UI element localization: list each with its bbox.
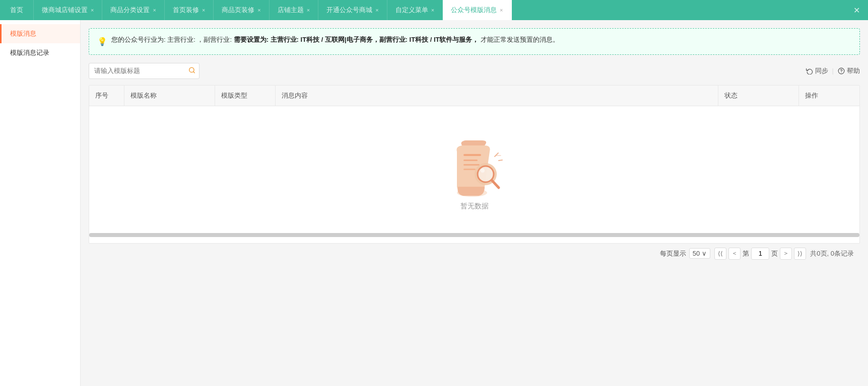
svg-rect-7 (463, 164, 480, 166)
sidebar-item-template-msg[interactable]: 模版消息 (0, 24, 80, 43)
empty-state: 暂无数据 (89, 106, 859, 231)
search-icon (188, 66, 195, 73)
col-name: 模版名称 (124, 86, 215, 106)
page-number-input[interactable] (751, 248, 769, 260)
tab-template[interactable]: 公众号模版消息 × (443, 0, 511, 20)
tab-category[interactable]: 商品分类设置 × (102, 0, 164, 20)
col-status: 状态 (718, 86, 799, 106)
sync-icon (806, 67, 813, 74)
page-size-wrap: 每页显示 50 ∨ (660, 248, 710, 259)
empty-illustration (444, 136, 505, 202)
close-all-button[interactable]: ✕ (845, 6, 868, 15)
tab-custommenu[interactable]: 自定义菜单 × (387, 0, 443, 20)
col-type: 模版类型 (215, 86, 276, 106)
notice-text: 您的公众号行业为: 主营行业: ，副营行业: 需要设置为: 主营行业: IT科技… (111, 35, 559, 45)
sidebar-template-msg-label: 模版消息 (10, 30, 36, 37)
page-label-before: 第 (743, 249, 749, 258)
table-header: 序号 模版名称 模版类型 消息内容 状态 操作 (89, 86, 859, 106)
sync-button[interactable]: 同步 (806, 66, 828, 75)
main-content: 💡 您的公众号行业为: 主营行业: ，副营行业: 需要设置为: 主营行业: IT… (81, 20, 868, 386)
page-size-label: 每页显示 (660, 249, 686, 258)
horizontal-scrollbar[interactable] (89, 233, 859, 237)
tab-homepage-close[interactable]: × (202, 7, 205, 13)
tab-template-label: 公众号模版消息 (451, 6, 497, 15)
prev-page-button[interactable]: ＜ (728, 248, 741, 260)
tab-homepage[interactable]: 首页装修 × (165, 0, 214, 20)
page-label-after: 页 (771, 249, 778, 258)
sidebar-template-record-label: 模版消息记录 (10, 49, 49, 56)
tab-weshop[interactable]: 微商城店铺设置 × (34, 0, 102, 20)
first-page-button[interactable]: ⟨⟨ (714, 248, 726, 260)
svg-rect-8 (463, 169, 476, 170)
svg-line-14 (495, 153, 498, 157)
help-label: 帮助 (847, 66, 860, 75)
page-size-select[interactable]: 50 ∨ (689, 248, 710, 259)
tab-theme[interactable]: 店铺主题 × (270, 0, 318, 20)
svg-rect-6 (463, 160, 478, 161)
tab-custommenu-close[interactable]: × (431, 7, 434, 13)
total-text: 共0页, 0条记录 (810, 249, 854, 258)
tab-theme-close[interactable]: × (307, 7, 310, 13)
tab-home-label: 首页 (10, 6, 23, 15)
svg-point-13 (481, 169, 485, 173)
tab-mall[interactable]: 开通公众号商城 × (318, 0, 387, 20)
toolbar-right: 同步 | 帮助 (806, 66, 860, 75)
svg-line-1 (193, 71, 195, 73)
tab-product-label: 商品页装修 (222, 6, 254, 15)
notice-highlight: 需要设置为: 主营行业: IT科技 / 互联网|电子商务，副营行业: IT科技 … (234, 36, 479, 43)
col-action: 操作 (799, 86, 859, 106)
next-page-button[interactable]: ＞ (780, 248, 792, 260)
tab-category-close[interactable]: × (153, 7, 156, 13)
svg-line-12 (492, 180, 499, 188)
tab-weshop-label: 微商城店铺设置 (42, 6, 88, 15)
search-button[interactable] (188, 66, 195, 75)
layout: 模版消息 模版消息记录 💡 您的公众号行业为: 主营行业: ，副营行业: 需要设… (0, 20, 868, 386)
tab-mall-close[interactable]: × (375, 7, 378, 13)
pagination: 每页显示 50 ∨ ⟨⟨ ＜ 第 页 ＞ ⟩⟩ 共0页, 0条记录 (89, 244, 860, 264)
sidebar: 模版消息 模版消息记录 (0, 20, 81, 386)
tab-custommenu-label: 自定义菜单 (395, 6, 428, 15)
notice-icon: 💡 (97, 35, 107, 48)
search-input-wrap (89, 63, 199, 79)
svg-rect-5 (463, 154, 481, 156)
tab-template-close[interactable]: × (500, 7, 503, 13)
tab-product[interactable]: 商品页装修 × (214, 0, 269, 20)
empty-text: 暂无数据 (460, 202, 489, 211)
sidebar-item-template-record[interactable]: 模版消息记录 (0, 43, 80, 62)
tab-product-close[interactable]: × (257, 7, 260, 13)
search-input[interactable] (89, 63, 199, 79)
notice-text-after: 才能正常发送预置的消息。 (481, 36, 559, 43)
data-table: 序号 模版名称 模版类型 消息内容 状态 操作 (89, 85, 860, 244)
help-button[interactable]: 帮助 (838, 66, 860, 75)
tab-theme-label: 店铺主题 (278, 6, 304, 15)
search-bar: 同步 | 帮助 (89, 63, 860, 79)
last-page-button[interactable]: ⟩⟩ (794, 248, 806, 260)
sync-label: 同步 (815, 66, 828, 75)
tab-home[interactable]: 首页 (0, 0, 34, 20)
tab-mall-label: 开通公众号商城 (326, 6, 372, 15)
col-content: 消息内容 (276, 86, 718, 106)
tab-homepage-label: 首页装修 (173, 6, 199, 15)
notice-box: 💡 您的公众号行业为: 主营行业: ，副营行业: 需要设置为: 主营行业: IT… (89, 28, 860, 55)
page-size-value: 50 (693, 250, 700, 257)
tab-category-label: 商品分类设置 (110, 6, 150, 15)
svg-line-15 (499, 160, 502, 161)
tab-weshop-close[interactable]: × (91, 7, 94, 13)
help-icon (838, 67, 845, 74)
page-navigation: ⟨⟨ ＜ 第 页 ＞ ⟩⟩ (714, 248, 806, 260)
notice-text-before: 您的公众号行业为: 主营行业: ，副营行业: (111, 36, 234, 43)
col-seq: 序号 (89, 86, 124, 106)
chevron-down-icon: ∨ (702, 250, 707, 257)
toolbar-divider: | (832, 67, 834, 74)
tab-bar: 首页 微商城店铺设置 × 商品分类设置 × 首页装修 × 商品页装修 × 店铺主… (0, 0, 868, 20)
